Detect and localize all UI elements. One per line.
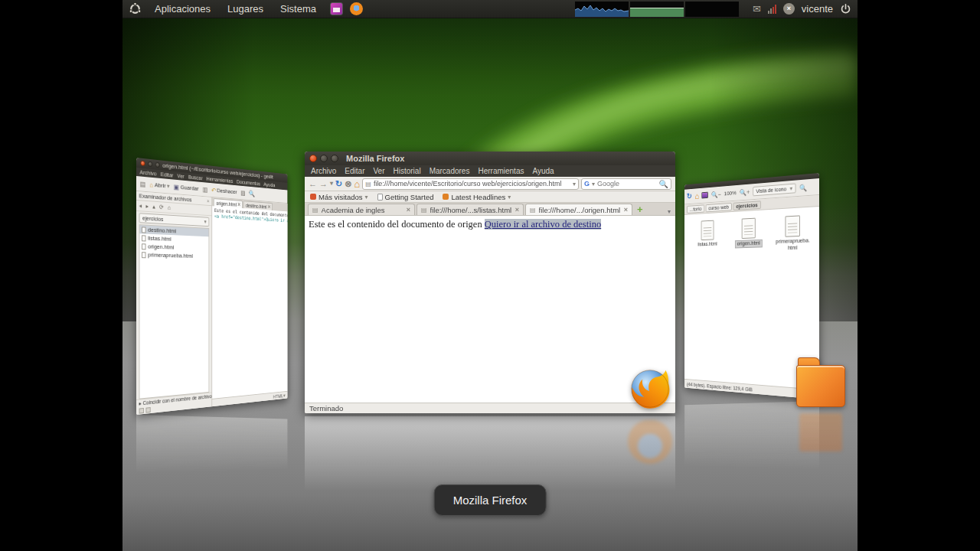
zoom-out-icon[interactable]: 🔍− — [711, 191, 721, 198]
stop-icon[interactable]: ⊗ — [345, 180, 351, 188]
network-signal-icon[interactable] — [768, 5, 776, 14]
ubuntu-logo-icon[interactable] — [129, 2, 142, 15]
gedit-menu-ayuda[interactable]: Ayuda — [263, 181, 275, 188]
search-go-icon[interactable]: 🔍 — [659, 180, 668, 188]
url-dropdown-icon[interactable]: ▾ — [573, 181, 576, 187]
breadcrumb-curso-web[interactable]: curso web — [706, 202, 732, 211]
minimize-button[interactable] — [148, 161, 152, 168]
file-primeraprueba[interactable]: primeraprueba. html — [776, 215, 811, 252]
file-origen[interactable]: origen.html — [733, 217, 765, 248]
ff-menu-editar[interactable]: Editar — [345, 167, 364, 175]
page-content[interactable]: Este es el contenido del documento de or… — [305, 216, 675, 403]
firefox-panel-icon[interactable] — [350, 2, 363, 15]
tab-listas[interactable]: ▤ file:///home/...s/listas.html × — [416, 204, 524, 215]
undo-button[interactable]: ↶ Deshacer — [211, 186, 237, 195]
ff-menu-ayuda[interactable]: Ayuda — [532, 167, 554, 175]
search-box[interactable]: G ▾ 🔍 — [581, 178, 671, 190]
file-row-primeraprueba[interactable]: primeraprueba.html — [139, 250, 208, 260]
back-icon[interactable]: ← — [309, 180, 317, 188]
cpu-graph-applet[interactable] — [575, 2, 629, 17]
bookmark-latest-headlines[interactable]: Latest Headlines ▾ — [443, 193, 511, 201]
username-label[interactable]: vicente — [802, 3, 833, 15]
bookmark-most-visited[interactable]: Más visitados ▾ — [310, 193, 368, 201]
gedit-menu-buscar[interactable]: Buscar — [188, 174, 203, 181]
search-engine-dropdown-icon[interactable]: ▾ — [592, 181, 595, 187]
menu-sistema[interactable]: Sistema — [273, 2, 323, 16]
close-button[interactable] — [309, 155, 317, 162]
paste-icon[interactable]: ▧ — [240, 189, 245, 197]
language-mode-selector[interactable]: HTML — [273, 393, 283, 399]
ff-menu-ver[interactable]: Ver — [373, 167, 384, 175]
power-icon[interactable] — [840, 3, 851, 15]
system-monitor-applets[interactable] — [575, 2, 739, 17]
new-tab-button[interactable]: + — [634, 204, 646, 215]
page-link-selected[interactable]: Quiero ir al archivo de destino — [485, 219, 601, 230]
list-all-tabs-icon[interactable]: ▾ — [668, 208, 672, 215]
minimize-button[interactable] — [320, 155, 328, 162]
maximize-button[interactable] — [155, 162, 160, 168]
folder-combobox-value: ejercicios — [142, 214, 163, 222]
search-icon[interactable]: 🔍 — [249, 190, 255, 197]
reload-icon[interactable]: ↻ — [687, 192, 692, 201]
bookmark-label: Getting Started — [385, 193, 434, 201]
close-icon[interactable]: × — [407, 206, 410, 214]
home-icon[interactable]: ⌂ — [354, 179, 360, 189]
tab-origen[interactable]: ▤ file:///home/.../origen.html × — [525, 204, 632, 215]
nav-refresh-icon[interactable]: ⟳ — [159, 204, 164, 210]
firefox-logo-icon — [626, 364, 674, 412]
url-bar[interactable]: ▤ ▾ — [362, 178, 579, 190]
maximize-button[interactable] — [331, 155, 338, 162]
menu-lugares[interactable]: Lugares — [220, 2, 270, 16]
nav-back-icon[interactable]: ◂ — [139, 202, 142, 209]
menu-aplicaciones[interactable]: Aplicaciones — [148, 2, 217, 16]
home-icon[interactable]: ⌂ — [695, 191, 699, 201]
url-input[interactable] — [374, 180, 570, 187]
nav-home-icon[interactable]: ⌂ — [168, 204, 171, 211]
bookmark-getting-started[interactable]: Getting Started — [377, 193, 434, 201]
search-icon[interactable]: 🔍 — [799, 184, 807, 192]
open-button[interactable]: ⌂ Abrir ▾ — [149, 181, 169, 190]
network-graph-applet[interactable] — [685, 2, 739, 17]
messages-indicator-icon[interactable]: ✉ — [753, 3, 761, 15]
print-icon[interactable]: ▥ — [202, 185, 207, 193]
firefox-window-title: Mozilla Firefox — [346, 154, 404, 163]
save-button[interactable]: ▣ Guardar — [174, 183, 199, 192]
close-icon[interactable]: × — [237, 201, 240, 207]
history-dropdown-icon[interactable]: ▾ — [330, 181, 333, 187]
file-listas[interactable]: listas.html — [692, 220, 723, 248]
firefox-window[interactable]: Mozilla Firefox Archivo Editar Ver Histo… — [305, 152, 675, 413]
close-panel-icon[interactable]: × — [207, 197, 209, 204]
nav-up-icon[interactable]: ▴ — [152, 204, 155, 210]
close-icon[interactable]: × — [268, 204, 271, 210]
nav-forward-icon[interactable]: ▸ — [145, 203, 149, 210]
editor-text-area[interactable]: Este es el contenido del documento de or… — [213, 206, 288, 399]
refresh-icon[interactable]: ↻ — [335, 180, 342, 188]
user-status-icon[interactable]: × — [783, 3, 795, 15]
view-mode-dropdown[interactable]: Vista de icono ▾ — [753, 183, 795, 196]
gedit-menu-editar[interactable]: Editar — [161, 171, 174, 178]
ff-menu-herramientas[interactable]: Herramientas — [478, 167, 524, 175]
drawing-app-icon[interactable] — [330, 2, 343, 15]
close-button[interactable] — [140, 161, 145, 167]
gedit-window[interactable]: origen.html (~/Escritorio/curso web/ejer… — [136, 158, 287, 415]
zoom-in-icon[interactable]: 🔍+ — [740, 188, 750, 196]
close-icon[interactable]: × — [515, 206, 519, 214]
ff-menu-marcadores[interactable]: Marcadores — [430, 167, 470, 175]
new-document-icon[interactable]: ▤ — [139, 180, 145, 188]
ff-menu-historial[interactable]: Historial — [394, 167, 421, 175]
computer-icon[interactable] — [702, 192, 708, 199]
firefox-titlebar[interactable]: Mozilla Firefox — [305, 152, 675, 165]
tab-academia[interactable]: ▤ Academia de ingles × — [308, 204, 415, 215]
memory-graph-applet[interactable] — [630, 2, 684, 17]
search-input[interactable] — [597, 180, 656, 187]
breadcrumb-escritorio[interactable]: ...torio — [687, 204, 704, 213]
gedit-menu-ver[interactable]: Ver — [177, 172, 184, 180]
browser-panel-icon[interactable] — [145, 407, 150, 413]
save-icon: ▣ — [174, 183, 179, 191]
breadcrumb-ejercicios[interactable]: ejercicios — [733, 201, 760, 210]
close-icon[interactable]: × — [624, 206, 628, 214]
status-text: Terminado — [309, 404, 343, 412]
forward-icon[interactable]: → — [319, 180, 328, 188]
text-panel-icon[interactable] — [139, 408, 144, 414]
ff-menu-archivo[interactable]: Archivo — [311, 167, 336, 175]
